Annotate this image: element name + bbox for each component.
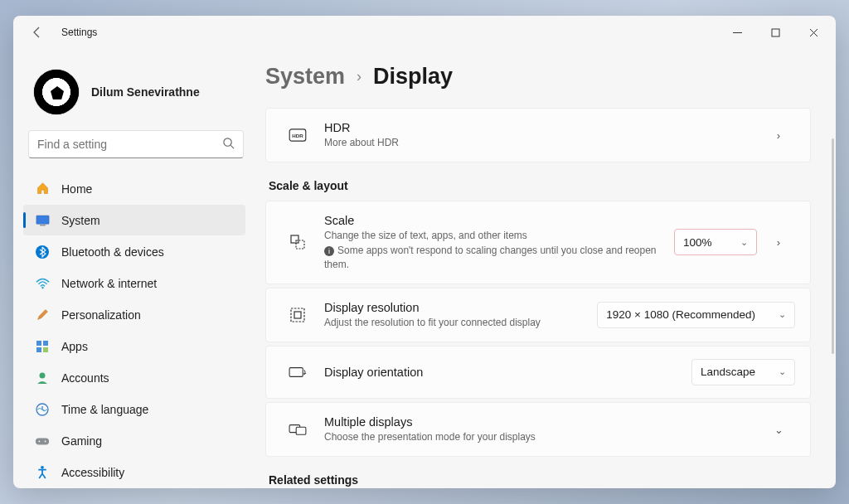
orientation-title: Display orientation bbox=[324, 366, 682, 379]
sidebar: Dilum Senevirathne Home System Bluetooth… bbox=[13, 49, 259, 488]
search-icon bbox=[222, 137, 235, 153]
avatar bbox=[33, 69, 80, 115]
resolution-value: 1920 × 1080 (Recommended) bbox=[606, 308, 755, 321]
resolution-icon bbox=[281, 307, 314, 323]
multiple-title: Multiple displays bbox=[324, 415, 747, 429]
chevron-right-icon: › bbox=[357, 68, 361, 85]
chevron-down-icon: ⌄ bbox=[779, 309, 786, 320]
svg-rect-21 bbox=[296, 240, 304, 249]
hdr-card[interactable]: HDR HDR More about HDR › bbox=[265, 108, 811, 162]
nav-item-apps[interactable]: Apps bbox=[23, 331, 245, 361]
svg-rect-8 bbox=[36, 341, 41, 346]
settings-window: Settings Dilum Senevirathne Home bbox=[13, 16, 836, 488]
user-profile[interactable]: Dilum Senevirathne bbox=[23, 59, 249, 130]
nav: Home System Bluetooth & devices Network … bbox=[23, 173, 249, 488]
svg-rect-10 bbox=[36, 347, 41, 352]
bluetooth-icon bbox=[35, 245, 50, 259]
hdr-title: HDR bbox=[324, 121, 747, 134]
resolution-select[interactable]: 1920 × 1080 (Recommended) ⌄ bbox=[597, 302, 795, 328]
breadcrumb-parent[interactable]: System bbox=[265, 64, 345, 90]
hdr-sub: More about HDR bbox=[324, 136, 747, 149]
resolution-card[interactable]: Display resolution Adjust the resolution… bbox=[265, 288, 811, 342]
multiple-displays-icon bbox=[281, 422, 314, 437]
nav-item-gaming[interactable]: Gaming bbox=[23, 425, 245, 456]
svg-point-15 bbox=[39, 440, 41, 442]
section-scale-layout: Scale & layout bbox=[269, 179, 811, 192]
svg-rect-14 bbox=[36, 438, 49, 444]
svg-rect-22 bbox=[291, 308, 304, 322]
chevron-right-icon[interactable]: › bbox=[762, 236, 795, 249]
scale-sub1: Change the size of text, apps, and other… bbox=[324, 229, 664, 242]
search-box[interactable] bbox=[28, 130, 244, 158]
nav-item-accessibility[interactable]: Accessibility bbox=[23, 457, 245, 487]
svg-rect-9 bbox=[43, 341, 48, 346]
search-input[interactable] bbox=[37, 138, 222, 151]
svg-rect-5 bbox=[40, 225, 46, 225]
close-button[interactable] bbox=[794, 17, 832, 47]
minimize-button[interactable] bbox=[718, 17, 756, 47]
breadcrumb-current: Display bbox=[373, 64, 453, 90]
network-icon bbox=[35, 276, 50, 291]
svg-point-2 bbox=[224, 138, 231, 145]
nav-label: Home bbox=[61, 182, 92, 196]
nav-item-bluetooth[interactable]: Bluetooth & devices bbox=[23, 236, 245, 267]
orientation-card[interactable]: Display orientation Landscape ⌄ bbox=[265, 346, 811, 399]
nav-item-home[interactable]: Home bbox=[23, 173, 245, 204]
scrollbar[interactable] bbox=[832, 138, 834, 354]
svg-point-12 bbox=[40, 372, 46, 378]
system-icon bbox=[35, 213, 50, 228]
nav-item-personalization[interactable]: Personalization bbox=[23, 299, 245, 330]
svg-rect-20 bbox=[291, 235, 298, 243]
svg-point-16 bbox=[45, 440, 46, 442]
svg-rect-23 bbox=[294, 312, 301, 318]
scale-title: Scale bbox=[324, 214, 664, 227]
nav-label: Personalization bbox=[61, 308, 141, 322]
svg-rect-24 bbox=[289, 368, 303, 377]
accounts-icon bbox=[35, 371, 50, 385]
orientation-icon bbox=[281, 365, 314, 380]
chevron-right-icon: › bbox=[762, 129, 795, 142]
svg-text:HDR: HDR bbox=[292, 133, 303, 138]
chevron-down-icon: ⌄ bbox=[779, 366, 786, 377]
window-title: Settings bbox=[61, 27, 97, 38]
maximize-button[interactable] bbox=[756, 17, 794, 47]
svg-rect-26 bbox=[296, 427, 306, 434]
nav-item-system[interactable]: System bbox=[23, 205, 245, 235]
nav-label: Accounts bbox=[61, 371, 109, 385]
scale-card[interactable]: Scale Change the size of text, apps, and… bbox=[265, 201, 811, 284]
nav-item-accounts[interactable]: Accounts bbox=[23, 362, 245, 393]
time-icon bbox=[35, 402, 50, 417]
nav-label: Time & language bbox=[61, 403, 148, 416]
accessibility-icon bbox=[35, 465, 50, 480]
nav-label: Apps bbox=[61, 340, 88, 353]
home-icon bbox=[35, 182, 50, 196]
nav-label: System bbox=[61, 214, 100, 227]
content: Dilum Senevirathne Home System Bluetooth… bbox=[13, 49, 836, 488]
svg-point-7 bbox=[41, 286, 44, 288]
personalization-icon bbox=[35, 308, 50, 322]
main-panel: System › Display HDR HDR More about HDR … bbox=[259, 49, 836, 488]
back-button[interactable] bbox=[25, 20, 50, 45]
orientation-value: Landscape bbox=[701, 366, 755, 378]
hdr-icon: HDR bbox=[281, 128, 314, 142]
svg-point-17 bbox=[41, 466, 44, 469]
svg-rect-1 bbox=[772, 29, 779, 36]
chevron-down-icon: ⌄ bbox=[740, 237, 748, 248]
scale-select[interactable]: 100% ⌄ bbox=[674, 229, 757, 255]
multiple-displays-card[interactable]: Multiple displays Choose the presentatio… bbox=[265, 402, 811, 457]
svg-line-3 bbox=[230, 145, 234, 148]
apps-icon bbox=[35, 339, 50, 354]
chevron-down-icon[interactable]: ⌄ bbox=[762, 424, 795, 436]
svg-rect-4 bbox=[36, 216, 48, 224]
scale-value: 100% bbox=[683, 236, 712, 249]
breadcrumb: System › Display bbox=[265, 64, 811, 90]
orientation-select[interactable]: Landscape ⌄ bbox=[691, 359, 795, 385]
nav-label: Accessibility bbox=[61, 466, 124, 479]
nav-item-time[interactable]: Time & language bbox=[23, 394, 245, 424]
nav-item-network[interactable]: Network & internet bbox=[23, 268, 245, 298]
section-related: Related settings bbox=[269, 473, 811, 487]
svg-rect-11 bbox=[43, 347, 48, 352]
scale-icon bbox=[281, 234, 314, 250]
gaming-icon bbox=[35, 434, 50, 448]
nav-label: Gaming bbox=[61, 434, 102, 448]
